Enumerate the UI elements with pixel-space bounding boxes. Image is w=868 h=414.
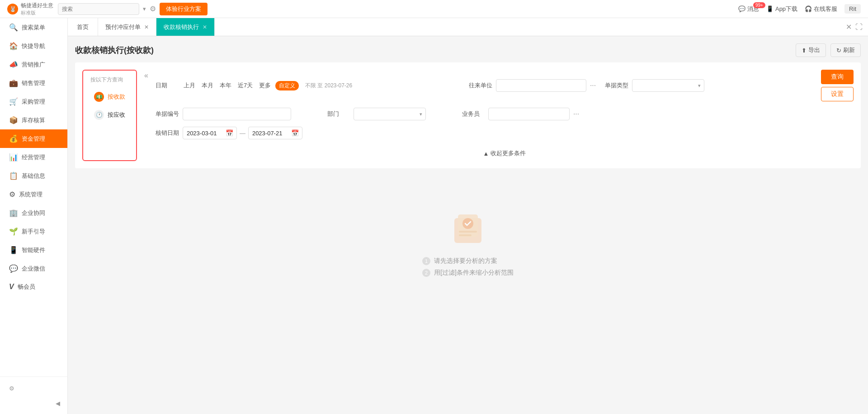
doc-type-field: 单据类型 ▾	[605, 79, 704, 92]
date-separator: —	[240, 130, 245, 137]
sidebar-item-basic-info[interactable]: 📋 基础信息	[0, 167, 67, 185]
service-btn[interactable]: 🎧 在线客服	[805, 5, 837, 13]
sidebar-item-label: 资金管理	[22, 135, 45, 143]
tab-verify-close[interactable]: ✕	[203, 24, 207, 30]
service-label: 在线客服	[814, 5, 837, 13]
app-download-btn[interactable]: 📱 App下载	[766, 5, 797, 13]
doc-no-input[interactable]	[183, 108, 291, 120]
collapse-more-btn[interactable]: ▲ 收起更多条件	[156, 149, 854, 157]
date-label: 日期	[156, 81, 178, 90]
sidebar-item-sales[interactable]: 💼 销售管理	[0, 74, 67, 92]
sidebar-item-member[interactable]: V 畅会员	[0, 278, 67, 296]
sidebar-item-label: 营销推广	[22, 61, 45, 69]
sidebar-item-guide[interactable]: 🌱 新手引导	[0, 222, 67, 241]
date-more[interactable]: 更多	[257, 81, 273, 90]
filter-row-3: 核销日期 📅 — 📅	[156, 127, 854, 139]
tab-home[interactable]: 首页	[68, 18, 98, 36]
filter-by-receipt[interactable]: 💵 按收款	[90, 90, 129, 104]
sidebar-item-collaboration[interactable]: 🏢 企业协同	[0, 204, 67, 222]
partner-input[interactable]	[496, 79, 586, 92]
sidebar-item-operations[interactable]: 📊 经营管理	[0, 148, 67, 167]
version-label: 标准版	[21, 10, 53, 16]
doc-no-field: 单据编号	[156, 108, 291, 120]
tab-prepay-close[interactable]: ✕	[144, 24, 149, 30]
sidebar-item-marketing[interactable]: 📣 营销推广	[0, 55, 67, 74]
tab-spacer	[215, 18, 840, 36]
sidebar-item-label: 基础信息	[22, 172, 45, 180]
sidebar-item-search[interactable]: 🔍 搜索菜单	[0, 18, 67, 37]
empty-state: 1 请先选择要分析的方案 2 用[过滤]条件来缩小分析范围	[75, 168, 861, 313]
filter-panel: 按以下方查询 💵 按收款 🕐 按应收 «	[75, 62, 861, 168]
verify-date-start-wrap: 📅	[183, 127, 237, 139]
tab-home-label: 首页	[77, 23, 89, 31]
empty-tip-2: 2 用[过滤]条件来缩小分析范围	[422, 269, 514, 277]
page-title: 收款核销执行(按收款)	[75, 45, 154, 56]
date-field: 日期 上月 本月 本年 近7天 更多 自定义 不限 至 2023-07-26	[156, 81, 352, 90]
date-last-month[interactable]: 上月	[182, 81, 197, 90]
refresh-btn[interactable]: ↻ 刷新	[830, 43, 861, 57]
sales-input[interactable]	[488, 108, 570, 120]
doc-type-select[interactable]	[632, 79, 704, 92]
empty-illustration	[445, 205, 491, 250]
logo-area: 🐰 畅捷通好生意 标准版	[7, 2, 53, 16]
sidebar-item-label: 经营管理	[22, 153, 45, 162]
top-bar-right: 💬 消息 99+ 📱 App下载 🎧 在线客服 Rit	[738, 4, 861, 14]
settings-bottom-icon: ⚙	[9, 385, 14, 392]
receipt-icon: 💵	[94, 92, 104, 102]
sidebar-item-label: 企业协同	[22, 209, 45, 217]
settings-icon[interactable]: ⚙	[150, 5, 156, 13]
tip-num-1: 1	[422, 257, 430, 265]
filter-settings-btn[interactable]: 设置	[821, 87, 854, 101]
export-btn[interactable]: ⬆ 导出	[796, 43, 826, 57]
sales-dots[interactable]: ···	[573, 110, 579, 118]
sidebar-item-label: 智能硬件	[22, 246, 45, 254]
date-7days[interactable]: 近7天	[236, 81, 255, 90]
search-input[interactable]	[58, 3, 139, 15]
hardware-icon: 📱	[9, 246, 18, 254]
sidebar-item-purchase[interactable]: 🛒 采购管理	[0, 92, 67, 111]
date-this-month[interactable]: 本月	[200, 81, 215, 90]
tab-verify[interactable]: 收款核销执行 ✕	[156, 18, 215, 36]
message-icon: 💬	[738, 5, 745, 12]
user-label[interactable]: Rit	[844, 4, 861, 14]
industry-btn[interactable]: 体验行业方案	[160, 3, 208, 15]
svg-rect-4	[459, 234, 472, 236]
filter-by-receipt-label: 按收款	[108, 93, 125, 101]
tab-bar: 首页 预付冲应付单 ✕ 收款核销执行 ✕ ✕ ⛶	[68, 18, 868, 36]
filter-by-receivable[interactable]: 🕐 按应收	[90, 108, 129, 122]
tab-close-btn[interactable]: ✕	[846, 23, 852, 31]
sidebar-settings-btn[interactable]: ⚙	[0, 381, 67, 396]
wechat-icon: 💬	[9, 264, 18, 273]
dropdown-icon[interactable]: ▾	[143, 5, 146, 12]
filter-collapse-btn[interactable]: «	[144, 71, 148, 80]
sidebar-item-finance[interactable]: 💰 资金管理	[0, 129, 67, 148]
dept-select[interactable]	[354, 108, 426, 120]
sidebar-item-inventory[interactable]: 📦 库存核算	[0, 111, 67, 129]
home-icon: 🏠	[9, 42, 18, 50]
filter-title: 按以下方查询	[90, 76, 129, 84]
sidebar-item-wechat[interactable]: 💬 企业微信	[0, 259, 67, 278]
dept-field: 部门 ▾	[327, 108, 426, 120]
sidebar-item-label: 系统管理	[19, 190, 42, 199]
sales-label: 业务员	[462, 110, 485, 118]
sidebar-item-nav[interactable]: 🏠 快捷导航	[0, 37, 67, 55]
dept-select-wrap: ▾	[354, 108, 426, 120]
collab-icon: 🏢	[9, 209, 18, 217]
sidebar-item-label: 新手引导	[22, 228, 45, 236]
tab-expand-btn[interactable]: ⛶	[855, 23, 863, 31]
search-icon: 🔍	[9, 23, 18, 32]
calendar-start-icon[interactable]: 📅	[226, 129, 233, 137]
app-label: App下载	[775, 5, 797, 13]
sidebar-item-label: 快捷导航	[22, 42, 45, 50]
sidebar-collapse-btn[interactable]: ◀	[0, 396, 67, 410]
partner-dots[interactable]: ···	[590, 81, 596, 90]
query-btn[interactable]: 查询	[821, 70, 854, 84]
sidebar-item-hardware[interactable]: 📱 智能硬件	[0, 241, 67, 259]
tab-prepay[interactable]: 预付冲应付单 ✕	[98, 18, 156, 36]
sidebar-item-label: 采购管理	[22, 98, 45, 106]
date-this-year[interactable]: 本年	[218, 81, 233, 90]
calendar-end-icon[interactable]: 📅	[291, 129, 299, 137]
sidebar-item-system[interactable]: ⚙ 系统管理	[0, 185, 67, 204]
message-btn[interactable]: 💬 消息 99+	[738, 5, 759, 13]
date-custom[interactable]: 自定义	[275, 81, 299, 90]
